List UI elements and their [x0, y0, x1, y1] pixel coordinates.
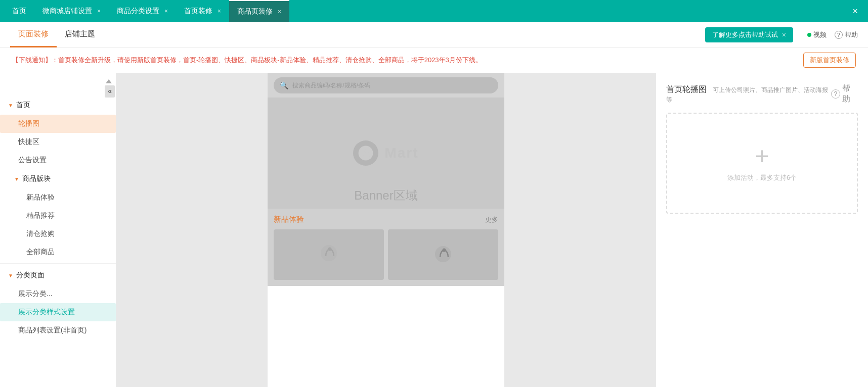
sidebar-home-label: 首页 [16, 101, 30, 110]
sidebar-show-categories-label: 展示分类... [18, 289, 53, 298]
sidebar-item-shortcuts[interactable]: 快捷区 [0, 133, 116, 151]
sub-tab-page-decoration-label: 页面装修 [18, 29, 49, 39]
sidebar-item-show-categories[interactable]: 展示分类... [0, 285, 116, 303]
product-section-title: 新品体验 [274, 215, 304, 224]
sidebar-item-new-experience[interactable]: 新品体验 [0, 188, 116, 207]
sidebar-product-block-label: 商品版块 [22, 174, 51, 183]
sidebar-item-clearance[interactable]: 清仓抢购 [0, 225, 116, 243]
right-actions: 视频 ? 帮助 [807, 30, 858, 39]
svg-point-3 [328, 247, 332, 251]
tab-product-decoration-close[interactable]: × [278, 8, 281, 15]
right-panel-header: 首页轮播图 可上传公司照片、商品推广图片、活动海报等 ? 帮助 [666, 83, 858, 105]
sidebar-category-style-label: 展示分类样式设置 [18, 308, 75, 316]
dot-green-icon [807, 33, 811, 37]
tab-product-decoration-label: 商品页装修 [237, 7, 273, 16]
right-panel-title-group: 首页轮播图 可上传公司照片、商品推广图片、活动海报等 [666, 84, 831, 104]
tab-home-decoration[interactable]: 首页装修 × [176, 0, 229, 22]
window-close-button[interactable]: × [846, 6, 864, 17]
new-version-button[interactable]: 新版首页装修 [803, 53, 856, 68]
phone-search-input[interactable]: 🔍 搜索商品编码/名称/规格/条码 [274, 77, 498, 93]
sidebar: « ▼ 首页 轮播图 快捷区 公告设置 ▼ 商品版块 新品体验 精品推荐 清仓抢… [0, 73, 116, 387]
sidebar-clearance-label: 清仓抢购 [26, 229, 55, 237]
plus-icon: + [755, 144, 769, 168]
tab-home-decoration-close[interactable]: × [218, 8, 221, 15]
video-label: 视频 [813, 30, 827, 39]
product-icon-2 [433, 244, 453, 266]
right-panel-title: 首页轮播图 [666, 85, 707, 93]
help-banner[interactable]: 了解更多点击帮助试试 × [705, 27, 793, 42]
sidebar-product-list-settings-label: 商品列表设置(非首页) [18, 326, 86, 334]
question-circle-icon: ? [831, 89, 840, 99]
help-banner-text: 了解更多点击帮助试试 [712, 30, 778, 39]
sidebar-subsection-product-block[interactable]: ▼ 商品版块 [0, 169, 116, 188]
product-grid [274, 229, 498, 280]
sidebar-item-carousel[interactable]: 轮播图 [0, 115, 116, 133]
svg-point-0 [359, 146, 373, 161]
product-section-header: 新品体验 更多 [274, 215, 498, 224]
sidebar-announcement-label: 公告设置 [18, 156, 47, 164]
tab-store-settings-label: 微商城店铺设置 [42, 7, 92, 16]
sidebar-all-products-label: 全部商品 [26, 248, 55, 256]
sidebar-shortcuts-label: 快捷区 [18, 137, 39, 146]
svg-point-4 [435, 246, 451, 262]
banner-area[interactable]: Mart Banner区域 [268, 98, 504, 209]
right-panel: 首页轮播图 可上传公司照片、商品推广图片、活动海报等 ? 帮助 + 添加活动，最… [656, 73, 868, 387]
product-section: 新品体验 更多 [268, 209, 504, 286]
sub-tab-page-decoration[interactable]: 页面装修 [10, 22, 57, 47]
sidebar-item-featured[interactable]: 精品推荐 [0, 207, 116, 225]
sidebar-scroll-up[interactable] [104, 77, 114, 85]
product-icon-1 [319, 243, 339, 267]
sidebar-collapse-button[interactable]: « [105, 85, 115, 98]
tab-category-settings-label: 商品分类设置 [117, 7, 159, 16]
right-help-label: 帮助 [842, 83, 858, 105]
tab-product-decoration[interactable]: 商品页装修 × [229, 0, 289, 22]
question-icon: ? [835, 31, 843, 39]
svg-point-5 [443, 248, 446, 252]
help-banner-close[interactable]: × [782, 31, 786, 39]
tab-home[interactable]: 首页 [4, 0, 34, 22]
add-banner-text: 添加活动，最多支持6个 [727, 173, 797, 182]
product-placeholder-1 [274, 229, 384, 280]
sidebar-section-home[interactable]: ▼ 首页 [0, 95, 116, 115]
banner-logo-icon [353, 140, 378, 166]
sidebar-item-announcement[interactable]: 公告设置 [0, 151, 116, 169]
tab-store-settings-close[interactable]: × [97, 8, 101, 15]
arrow-icon: ▼ [8, 103, 13, 108]
product-section-more: 更多 [485, 215, 498, 224]
preview-area: 🔍 搜索商品编码/名称/规格/条码 Mart [116, 73, 656, 387]
banner-area-text: Banner区域 [354, 187, 417, 204]
sidebar-item-all-products[interactable]: 全部商品 [0, 243, 116, 261]
product-placeholder-2 [388, 229, 498, 280]
sub-tab-store-theme[interactable]: 店铺主题 [57, 22, 103, 47]
svg-point-2 [321, 245, 337, 261]
svg-point-1 [364, 149, 367, 152]
sidebar-item-product-list-settings[interactable]: 商品列表设置(非首页) [0, 321, 116, 340]
banner-logo: Mart [353, 140, 418, 166]
tab-home-decoration-label: 首页装修 [184, 7, 212, 16]
notice-bar: 【下线通知】：首页装修全新升级，请使用新版首页装修，首页-轮播图、快捷区、商品板… [0, 47, 868, 73]
sidebar-category-label: 分类页面 [16, 271, 45, 280]
tab-category-settings-close[interactable]: × [164, 8, 168, 15]
search-icon: 🔍 [280, 81, 288, 89]
sidebar-new-experience-label: 新品体验 [26, 193, 55, 201]
sidebar-item-category-style[interactable]: 展示分类样式设置 [0, 303, 116, 321]
phone-preview: 🔍 搜索商品编码/名称/规格/条码 Mart [268, 73, 504, 387]
banner-logo-text: Mart [384, 145, 418, 161]
sidebar-carousel-label: 轮播图 [18, 119, 39, 127]
tab-category-settings[interactable]: 商品分类设置 × [109, 0, 176, 22]
tab-store-settings[interactable]: 微商城店铺设置 × [34, 0, 109, 22]
tab-home-label: 首页 [12, 7, 26, 16]
search-placeholder-text: 搜索商品编码/名称/规格/条码 [292, 81, 370, 90]
notice-text: 【下线通知】：首页装修全新升级，请使用新版首页装修，首页-轮播图、快捷区、商品板… [12, 56, 795, 65]
sidebar-featured-label: 精品推荐 [26, 211, 55, 219]
arrow-icon-category: ▼ [8, 273, 13, 278]
help-link[interactable]: ? 帮助 [835, 30, 858, 39]
tab-bar: 首页 微商城店铺设置 × 商品分类设置 × 首页装修 × 商品页装修 × × [0, 0, 868, 22]
phone-search-bar: 🔍 搜索商品编码/名称/规格/条码 [268, 73, 504, 98]
add-banner-button[interactable]: + 添加活动，最多支持6个 [666, 113, 858, 214]
right-panel-help[interactable]: ? 帮助 [831, 83, 858, 105]
sidebar-section-category[interactable]: ▼ 分类页面 [0, 266, 116, 285]
main-layout: « ▼ 首页 轮播图 快捷区 公告设置 ▼ 商品版块 新品体验 精品推荐 清仓抢… [0, 73, 868, 387]
video-link[interactable]: 视频 [807, 30, 827, 39]
arrow-icon-product: ▼ [14, 176, 19, 182]
